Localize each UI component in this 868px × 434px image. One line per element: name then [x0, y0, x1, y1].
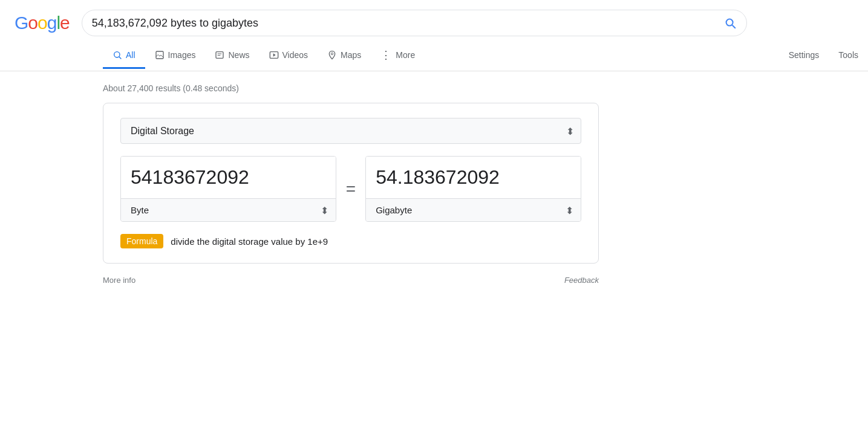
nav-tabs: All Images News Videos Maps ⋮ More — [0, 36, 868, 71]
tab-images-label: Images — [168, 50, 196, 60]
tab-more[interactable]: ⋮ More — [371, 41, 425, 71]
to-unit-select[interactable]: Bit Byte Kilobit Kilobyte Megabit Megaby… — [366, 199, 581, 221]
search-button[interactable] — [723, 16, 737, 30]
svg-marker-7 — [273, 53, 275, 56]
from-value-input[interactable] — [121, 157, 336, 198]
tab-videos[interactable]: Videos — [259, 43, 318, 69]
results-count: About 27,400 results (0.48 seconds) — [103, 83, 239, 93]
from-input-group: Bit Byte Kilobit Kilobyte Megabit Megaby… — [120, 156, 336, 222]
equals-sign: = — [346, 180, 356, 199]
settings-link[interactable]: Settings — [779, 43, 829, 69]
logo-o1: o — [28, 13, 38, 33]
maps-tab-icon — [327, 50, 337, 60]
tab-more-label: More — [396, 50, 415, 60]
to-input-group: Bit Byte Kilobit Kilobyte Megabit Megaby… — [365, 156, 581, 222]
logo-o2: o — [38, 13, 47, 33]
svg-rect-2 — [156, 51, 163, 59]
videos-tab-icon — [269, 50, 279, 60]
svg-point-8 — [331, 53, 333, 54]
category-select[interactable]: Digital Storage Area Data Transfer Rate … — [120, 118, 581, 144]
tab-news-label: News — [228, 50, 249, 60]
formula-text: divide the digital storage value by 1e+9 — [171, 236, 328, 247]
more-info-label: More info — [103, 276, 135, 285]
to-value-input[interactable] — [366, 157, 581, 198]
category-select-wrapper: Digital Storage Area Data Transfer Rate … — [120, 118, 581, 144]
nav-settings: Settings Tools — [779, 43, 868, 69]
tab-videos-label: Videos — [282, 50, 308, 60]
search-input[interactable] — [92, 17, 716, 30]
tools-label: Tools — [838, 50, 858, 60]
feedback-label: Feedback — [564, 276, 599, 285]
tab-images[interactable]: Images — [145, 43, 206, 69]
news-tab-icon — [215, 50, 224, 60]
converter-row: Bit Byte Kilobit Kilobyte Megabit Megaby… — [120, 156, 581, 222]
search-tab-icon — [113, 50, 122, 60]
more-dots-icon: ⋮ — [380, 48, 392, 62]
search-bar-container — [82, 10, 747, 36]
logo-G: G — [15, 13, 28, 33]
tab-all-label: All — [126, 50, 135, 60]
tools-link[interactable]: Tools — [829, 43, 868, 69]
svg-line-1 — [119, 57, 121, 59]
tab-maps[interactable]: Maps — [318, 43, 371, 69]
more-info-link[interactable]: More info — [103, 276, 135, 285]
to-unit-select-wrapper: Bit Byte Kilobit Kilobyte Megabit Megaby… — [366, 198, 581, 221]
search-bar — [82, 10, 747, 36]
search-icon — [723, 16, 737, 30]
tab-all[interactable]: All — [103, 43, 145, 69]
logo-e: e — [60, 13, 70, 33]
formula-row: Formula divide the digital storage value… — [120, 234, 581, 248]
google-logo[interactable]: Google — [15, 13, 70, 33]
svg-rect-3 — [216, 52, 223, 59]
feedback-link[interactable]: Feedback — [564, 276, 599, 285]
formula-badge: Formula — [120, 234, 163, 248]
logo-g: g — [47, 13, 57, 33]
result-footer: More info Feedback — [0, 264, 599, 285]
settings-label: Settings — [789, 50, 820, 60]
from-unit-select[interactable]: Bit Byte Kilobit Kilobyte Megabit Megaby… — [121, 199, 336, 221]
tab-maps-label: Maps — [341, 50, 361, 60]
results-info: About 27,400 results (0.48 seconds) — [0, 71, 868, 103]
tab-news[interactable]: News — [205, 43, 259, 69]
from-unit-select-wrapper: Bit Byte Kilobit Kilobyte Megabit Megaby… — [121, 198, 336, 221]
header: Google — [0, 0, 868, 36]
images-tab-icon — [155, 50, 165, 60]
converter-card: Digital Storage Area Data Transfer Rate … — [103, 103, 599, 264]
